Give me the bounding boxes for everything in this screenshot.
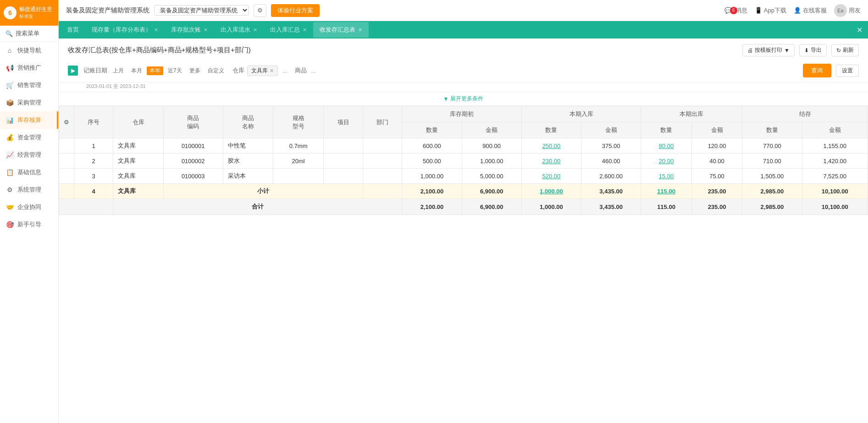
th-no: 序号 [74,106,113,138]
refresh-button[interactable]: ↻ 刷新 [831,44,859,56]
tab-close-inventory-dist[interactable]: ✕ [154,27,158,33]
warehouse-tag-close[interactable]: ✕ [270,68,274,74]
page-title: 收发存汇总表(按仓库+商品编码+商品+规格型号+项目+部门) [68,46,251,55]
cell-dept [363,138,402,154]
print-button[interactable]: 🖨 按模板打印 ▼ [742,44,795,56]
cell-no: 3 [74,169,113,184]
search-menu[interactable]: 🔍 搜索菜单 [0,26,58,42]
sidebar-item-finance[interactable]: 💰 资金管理 [0,129,58,146]
close-all-tabs[interactable]: ✕ [853,26,866,34]
table-row: 2 文具库 0100002 胶水 20ml 500.00 1,000.00 23… [59,154,868,169]
refresh-icon: ↻ [836,47,841,54]
cell-out-qty[interactable]: 80.00 [641,138,692,154]
sidebar-item-inventory[interactable]: 📊 库存核算 [0,111,58,129]
operations-icon: 📈 [6,151,14,159]
cell-no: 4 [74,184,113,199]
cell-name: 采访本 [223,169,273,184]
cell-project [324,154,363,169]
warehouse-dots[interactable]: ... [281,67,289,74]
cell-out-amt: 75.00 [691,169,742,184]
tab-close-batch-ledger[interactable]: ✕ [204,27,208,33]
footer-close-qty: 2,985.00 [742,199,802,215]
experience-btn[interactable]: 体验行业方案 [271,4,320,17]
gear-button[interactable]: ⚙ [254,4,266,17]
cell-in-qty[interactable]: 250.00 [521,138,581,154]
th-group-opening: 库存期初 [402,106,521,122]
cell-out-qty[interactable]: 20.00 [641,154,692,169]
tab-close-recv-send-summary[interactable]: ✕ [358,27,362,33]
th-group-out: 本期出库 [641,106,742,122]
date-option-last-month[interactable]: 上月 [110,66,127,75]
goods-dots[interactable]: ... [310,67,318,74]
tab-inout-summary[interactable]: 出入库汇总 ✕ [264,22,313,38]
date-option-this-month[interactable]: 本月 [128,66,145,75]
export-button[interactable]: ⬇ 导出 [799,44,827,56]
sidebar-item-purchase[interactable]: 📦 采购管理 [0,94,58,111]
cell-open-qty: 600.00 [402,138,462,154]
date-filter-group: 记账日期 上月 本月 本年 近7天 更多 自定义 [83,66,227,75]
sidebar-item-basic[interactable]: 📋 基础信息 [0,164,58,181]
topbar-right: 💬 6 消息 📱 App下载 👤 在线客服 Ea 用友 [724,4,861,17]
cell-warehouse: 文具库 [113,138,163,154]
date-option-custom[interactable]: 自定义 [205,66,227,75]
tab-close-inout-summary[interactable]: ✕ [303,27,307,33]
cell-in-amt: 2,600.00 [581,169,641,184]
tab-close-inout-flow[interactable]: ✕ [253,27,257,33]
print-icon: 🖨 [747,47,753,54]
sidebar-item-quick-nav[interactable]: ⌂ 快捷导航 [0,42,58,59]
cell-out-qty[interactable]: 15.00 [641,169,692,184]
online-service-item[interactable]: 👤 在线客服 [794,6,827,15]
tab-inout-flow[interactable]: 出入库流水 ✕ [214,22,264,38]
tab-batch-ledger[interactable]: 库存批次账 ✕ [165,22,214,38]
th-closing-amt: 金额 [802,122,868,138]
cell-in-qty[interactable]: 230.00 [521,154,581,169]
tab-inventory-dist[interactable]: 现存量（库存分布表） ✕ [85,22,165,38]
th-opening-amt: 金额 [462,122,521,138]
user-avatar: Ea [834,4,847,17]
footer-row: 合计 2,100.00 6,900.00 1,000.00 3,435.00 1… [59,199,868,215]
goods-label: 商品 [295,66,307,75]
system-select[interactable]: 装备及固定资产辅助管理系统 [154,5,249,16]
tab-home[interactable]: 首页 [61,22,85,38]
cell-in-qty[interactable]: 520.00 [521,169,581,184]
cell-open-amt: 1,000.00 [462,154,521,169]
message-item[interactable]: 💬 6 消息 [724,6,747,15]
sidebar-item-guide[interactable]: 🎯 新手引导 [0,216,58,233]
page-header-row: 收发存汇总表(按仓库+商品编码+商品+规格型号+项目+部门) 🖨 按模板打印 ▼… [59,38,868,59]
th-project: 项目 [324,106,363,138]
cell-open-amt: 6,900.00 [462,184,521,199]
system-icon: ⚙ [6,186,14,194]
date-option-7days[interactable]: 近7天 [165,66,185,75]
date-option-more[interactable]: 更多 [187,66,203,75]
app-download-item[interactable]: 📱 App下载 [755,6,786,15]
footer-in-amt: 3,435.00 [581,199,641,215]
expand-more-btn[interactable]: ▼ 展开更多条件 [59,92,868,106]
expand-icon: ▼ [443,96,449,102]
cell-close-amt: 7,525.00 [802,169,868,184]
date-option-this-year[interactable]: 本年 [147,66,163,75]
cell-in-qty[interactable]: 1,000.00 [521,184,581,199]
table-footer: 合计 2,100.00 6,900.00 1,000.00 3,435.00 1… [59,199,868,215]
sidebar: 6 畅捷通好生意 标准版 🔍 搜索菜单 ⌂ 快捷导航 📢 营销推广 🛒 销售管理… [0,0,59,423]
cell-close-amt: 1,155.00 [802,138,868,154]
sidebar-item-sales[interactable]: 🛒 销售管理 [0,77,58,94]
sidebar-item-marketing[interactable]: 📢 营销推广 [0,59,58,77]
sidebar-item-system[interactable]: ⚙ 系统管理 [0,181,58,198]
cell-open-qty: 2,100.00 [402,184,462,199]
th-settings[interactable]: ⚙ [59,106,74,138]
th-goods-name: 商品名称 [223,106,273,138]
footer-open-qty: 2,100.00 [402,199,462,215]
sidebar-item-enterprise[interactable]: 🤝 企业协同 [0,198,58,216]
goods-filter-group: 商品 ... [295,66,318,75]
user-item[interactable]: Ea 用友 [834,4,861,17]
cell-out-amt: 40.00 [691,154,742,169]
tab-recv-send-summary[interactable]: 收发存汇总表 ✕ [313,22,369,38]
settings-button[interactable]: 设置 [836,65,859,77]
filter-expand-arrow[interactable]: ▶ [68,66,78,76]
warehouse-tag[interactable]: 文具库 ✕ [247,66,278,76]
finance-icon: 💰 [6,133,14,142]
cell-out-qty[interactable]: 115.00 [641,184,692,199]
system-title: 装备及固定资产辅助管理系统 [66,6,149,15]
sidebar-item-operations[interactable]: 📈 经营管理 [0,146,58,164]
query-button[interactable]: 查询 [803,64,831,77]
